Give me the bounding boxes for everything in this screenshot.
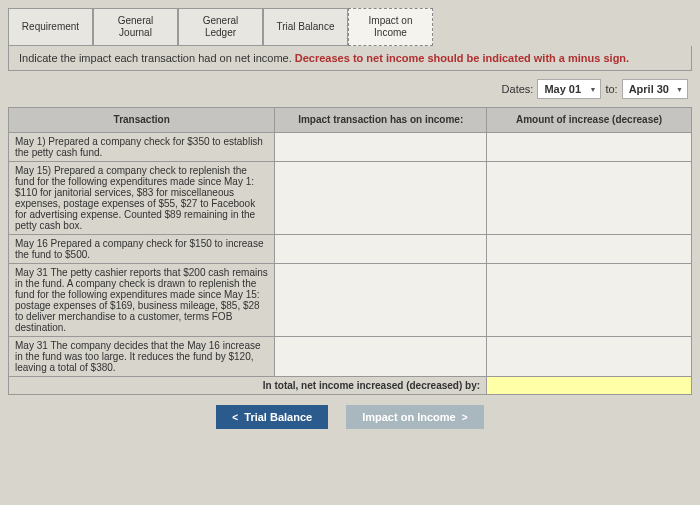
header-amount: Amount of increase (decrease) <box>487 108 692 133</box>
total-input[interactable] <box>487 377 692 395</box>
tab-bar: Requirement General Journal General Ledg… <box>8 8 692 46</box>
nav-row: < Trial Balance Impact on Income > <box>8 405 692 429</box>
date-to-select[interactable]: April 30 <box>622 79 688 99</box>
amount-input[interactable] <box>487 162 692 235</box>
table-row: May 1) Prepared a company check for $350… <box>9 133 692 162</box>
amount-input[interactable] <box>487 337 692 377</box>
header-transaction: Transaction <box>9 108 275 133</box>
instruction-panel: Indicate the impact each transaction had… <box>8 46 692 71</box>
prev-button[interactable]: < Trial Balance <box>216 405 328 429</box>
amount-input[interactable] <box>487 235 692 264</box>
transaction-cell: May 15) Prepared a company check to repl… <box>9 162 275 235</box>
amount-input[interactable] <box>487 133 692 162</box>
next-button[interactable]: Impact on Income > <box>346 405 484 429</box>
total-label: In total, net income increased (decrease… <box>9 377 487 395</box>
header-impact: Impact transaction has on income: <box>275 108 487 133</box>
dates-label: Dates: <box>502 83 534 95</box>
date-from-value: May 01 <box>544 83 581 95</box>
next-button-label: Impact on Income <box>362 411 456 423</box>
chevron-left-icon: < <box>232 412 238 423</box>
dates-row: Dates: May 01 to: April 30 <box>8 71 692 107</box>
tab-general-ledger[interactable]: General Ledger <box>178 8 263 46</box>
date-to-value: April 30 <box>629 83 669 95</box>
tab-requirement[interactable]: Requirement <box>8 8 93 46</box>
impact-input[interactable] <box>275 133 487 162</box>
prev-button-label: Trial Balance <box>244 411 312 423</box>
impact-input[interactable] <box>275 235 487 264</box>
dates-to-label: to: <box>605 83 617 95</box>
income-impact-table: Transaction Impact transaction has on in… <box>8 107 692 395</box>
table-row: May 31 The company decides that the May … <box>9 337 692 377</box>
table-row: May 31 The petty cashier reports that $2… <box>9 264 692 337</box>
transaction-cell: May 16 Prepared a company check for $150… <box>9 235 275 264</box>
tab-general-journal[interactable]: General Journal <box>93 8 178 46</box>
total-row: In total, net income increased (decrease… <box>9 377 692 395</box>
table-row: May 15) Prepared a company check to repl… <box>9 162 692 235</box>
instruction-text: Indicate the impact each transaction had… <box>19 52 295 64</box>
transaction-cell: May 1) Prepared a company check for $350… <box>9 133 275 162</box>
amount-input[interactable] <box>487 264 692 337</box>
date-from-select[interactable]: May 01 <box>537 79 601 99</box>
transaction-cell: May 31 The petty cashier reports that $2… <box>9 264 275 337</box>
tab-trial-balance[interactable]: Trial Balance <box>263 8 348 46</box>
tab-impact-on-income[interactable]: Impact on Income <box>348 8 433 46</box>
transaction-cell: May 31 The company decides that the May … <box>9 337 275 377</box>
table-row: May 16 Prepared a company check for $150… <box>9 235 692 264</box>
chevron-right-icon: > <box>462 412 468 423</box>
impact-input[interactable] <box>275 264 487 337</box>
impact-input[interactable] <box>275 162 487 235</box>
instruction-emphasis: Decreases to net income should be indica… <box>295 52 629 64</box>
impact-input[interactable] <box>275 337 487 377</box>
